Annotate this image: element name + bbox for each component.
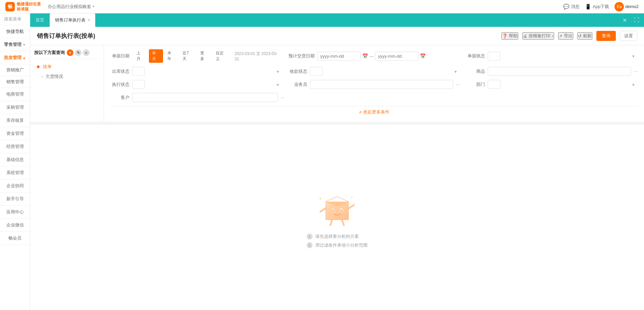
sidebar-item-sales[interactable]: 销售管理 (0, 76, 30, 88)
date-tab-this-month[interactable]: 本月 (149, 49, 163, 63)
filter-content: 按以下方案查询 + ✎ « 按单 ○ (30, 45, 644, 122)
sidebar-item-system[interactable]: 系统管理 (0, 166, 30, 179)
date-tab-this-year[interactable]: 本年 (164, 49, 178, 63)
bill-status-select-wrapper (488, 52, 637, 61)
plan-item-by-order[interactable]: 按单 (34, 62, 100, 72)
message-icon: 💬 (563, 4, 570, 10)
delivery-status-select[interactable] (132, 67, 145, 76)
print-button[interactable]: 🖨 按模板打印 ▾ (522, 32, 554, 40)
bill-status-select[interactable] (488, 52, 500, 61)
settings-button[interactable]: 设置 (620, 31, 637, 41)
goods-dots[interactable]: ··· (634, 69, 637, 74)
query-button[interactable]: 查询 (596, 31, 616, 41)
refresh-button[interactable]: ↺ 刷新 (577, 32, 592, 40)
plan-shortage-label: 欠货情况 (46, 73, 63, 80)
date-tabs: 上月 本月 本年 近7天 更多 自定义 (133, 49, 230, 63)
exec-status-select[interactable] (132, 80, 145, 89)
sidebar-item-wechat[interactable]: 企业微信 (0, 219, 30, 232)
top-bar: 畅 畅捷通好生意 标准版 办公用品行业模拟账套 ▾ 💬 消息 📱 App下载 E… (0, 0, 644, 13)
sidebar-item-appcenter[interactable]: 应用中心 (0, 206, 30, 219)
page-content: 销售订单执行表(按单) ❓ 帮助 🖨 按模板打印 ▾ ↗ 导出 (30, 27, 644, 310)
plan-query-header: 按以下方案查询 + ✎ « (34, 49, 100, 59)
sidebar-item-guide[interactable]: 新手引导 (0, 193, 30, 206)
filter-group-exec-status: 执行状态 (111, 80, 282, 89)
date-tab-custom[interactable]: 自定义 (213, 49, 231, 63)
sidebar-item-marketing[interactable]: 营销推广 (0, 64, 30, 76)
sidebar-item-purchase[interactable]: 采购管理 (0, 101, 30, 114)
refresh-icon: ↺ (578, 34, 582, 39)
collapse-panel-icon[interactable]: « (83, 49, 90, 56)
filter-main: 单据日期 上月 本月 本年 近7天 更多 自定义 2023-03-01 至 20… (104, 45, 644, 122)
goods-label: 商品 (466, 68, 485, 74)
filter-group-dept: 部门 (466, 80, 637, 89)
plan-query-icons: + ✎ « (67, 49, 90, 56)
app-download-action[interactable]: 📱 App下载 (585, 4, 609, 10)
filter-group-bill-status: 单据状态 (466, 52, 637, 61)
user-area[interactable]: Ea demo2 (614, 2, 639, 11)
top-bar-right: 💬 消息 📱 App下载 Ea demo2 (563, 2, 639, 11)
plan-item-shortage[interactable]: ○ 欠货情况 (34, 72, 100, 81)
sidebar-item-basic[interactable]: 基础信息 (0, 153, 30, 166)
filter-row-3: 执行状态 业务员 ··· (111, 80, 637, 89)
svg-point-3 (332, 210, 334, 211)
tab-maximize-btn[interactable]: ⛶ (632, 15, 641, 25)
edit-plan-icon[interactable]: ✎ (75, 49, 82, 56)
hint-num-2: 2 (307, 242, 313, 248)
sidebar-item-operations[interactable]: 经营管理 (0, 140, 30, 153)
svg-text:✦: ✦ (319, 196, 322, 201)
delivery-date-end[interactable] (375, 52, 419, 61)
collapse-label: 收起更多条件 (363, 109, 389, 115)
sidebar-search[interactable]: 搜索菜单 (0, 13, 30, 25)
sidebar-item-shortcut[interactable]: 快捷导航 (0, 25, 30, 38)
dept-select[interactable] (488, 80, 500, 89)
tab-close-icon[interactable]: × (88, 18, 90, 22)
main-layout: 搜索菜单 快捷导航 零售管理 ▼ 批发管理 ▲ 营销推广 销售管理 电商管理 采… (0, 13, 644, 310)
tab-home[interactable]: 首页 (30, 13, 50, 27)
sidebar-item-enterprise[interactable]: 企业协同 (0, 179, 30, 193)
sidebar-item-retail[interactable]: 零售管理 ▼ (0, 38, 30, 51)
svg-line-5 (320, 208, 325, 212)
divider (30, 122, 644, 122)
export-button[interactable]: ↗ 导出 (558, 32, 573, 40)
sidebar-item-finance[interactable]: 资金管理 (0, 127, 30, 140)
page-header-actions: ❓ 帮助 🖨 按模板打印 ▾ ↗ 导出 ↺ 刷新 (501, 31, 637, 41)
help-label: 帮助 (509, 33, 518, 39)
date-tab-more[interactable]: 更多 (197, 49, 211, 63)
date-tab-last-month[interactable]: 上月 (133, 49, 148, 63)
salesperson-input[interactable] (310, 80, 453, 89)
help-icon: ❓ (502, 34, 507, 39)
filter-group-date: 单据日期 上月 本月 本年 近7天 更多 自定义 2023-03-01 至 20… (111, 49, 282, 63)
salesperson-dots[interactable]: ··· (456, 82, 460, 87)
filter-group-goods: 商品 ··· (466, 67, 637, 76)
sidebar-item-member[interactable]: 畅会员 (0, 232, 30, 245)
receipt-status-label: 收款状态 (288, 68, 307, 74)
customer-input[interactable] (132, 93, 278, 102)
export-icon: ↗ (559, 34, 562, 39)
plan-query-label: 按以下方案查询 (34, 50, 65, 56)
hint-item-2: 2 用过滤条件来缩小分析范围 (307, 242, 368, 248)
add-plan-icon[interactable]: + (67, 49, 73, 56)
plan-shortage-icon: ○ (41, 74, 44, 79)
date-tab-7days[interactable]: 近7天 (179, 49, 196, 63)
message-action[interactable]: 💬 消息 (563, 4, 580, 10)
svg-text:✦: ✦ (351, 195, 353, 199)
collapse-btn[interactable]: ∧ 收起更多条件 (111, 106, 637, 118)
print-icon: 🖨 (523, 34, 527, 39)
sidebar-item-inventory[interactable]: 库存核算 (0, 114, 30, 127)
receipt-status-select[interactable] (310, 67, 323, 76)
empty-state: ✦ ✦ ✦ 1 请先选择要分析的方案 2 用过滤条件来缩小分析范围 (30, 125, 644, 310)
customer-dots[interactable]: ··· (281, 95, 284, 100)
delivery-date-start[interactable] (317, 52, 361, 61)
goods-input[interactable] (488, 67, 631, 76)
svg-line-7 (330, 220, 332, 225)
filter-group-delivery-date: 预计交货日期 📅 — 📅 (288, 52, 460, 61)
sidebar-item-ecom[interactable]: 电商管理 (0, 88, 30, 101)
refresh-label: 刷新 (583, 33, 592, 39)
filter-row-2: 出库状态 收款状态 (111, 67, 637, 76)
breadcrumb[interactable]: 办公用品行业模拟账套 ▾ (48, 4, 95, 10)
tab-sales-exec[interactable]: 销售订单执行表 × (50, 13, 95, 27)
help-button[interactable]: ❓ 帮助 (501, 32, 518, 40)
date-icon-start: 📅 (362, 53, 368, 59)
sidebar-item-wholesale[interactable]: 批发管理 ▲ (0, 51, 30, 64)
tab-close-btn[interactable]: ✕ (620, 15, 629, 25)
